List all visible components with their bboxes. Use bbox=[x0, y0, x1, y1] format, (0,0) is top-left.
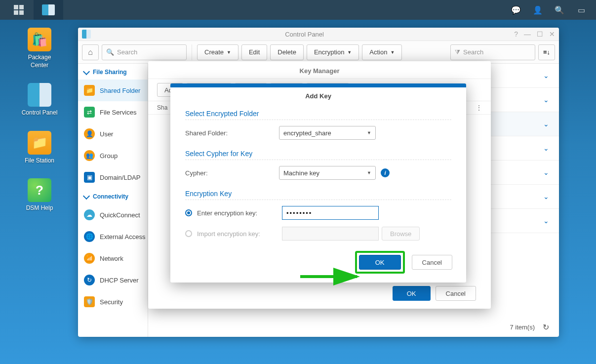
sidebar-item-user[interactable]: 👤User bbox=[78, 123, 148, 145]
network-icon: 📶 bbox=[84, 253, 95, 264]
sidebar-item-dhcp-server[interactable]: ↻DHCP Server bbox=[78, 269, 148, 291]
dhcp-icon: ↻ bbox=[84, 275, 95, 285]
import-key-label: Import encryption key: bbox=[197, 230, 282, 238]
chevron-down-icon: ⌄ bbox=[543, 217, 549, 225]
desktop-icon-file-station[interactable]: 📁File Station bbox=[15, 131, 64, 165]
filter-icon: ⧩ bbox=[455, 48, 460, 56]
home-button[interactable]: ⌂ bbox=[82, 44, 99, 60]
sidebar-section-file-sharing[interactable]: File Sharing bbox=[78, 64, 148, 80]
caret-down-icon: ▼ bbox=[347, 50, 352, 55]
package-center-icon: 🛍️ bbox=[28, 28, 51, 51]
sidebar: File Sharing 📁Shared Folder ⇄File Servic… bbox=[78, 64, 148, 337]
window-icon bbox=[82, 30, 91, 39]
section-select-folder: Select Encrypted Folder bbox=[185, 107, 451, 120]
encryption-button[interactable]: Encryption▼ bbox=[307, 44, 359, 60]
browse-button: Browse bbox=[382, 227, 420, 241]
encryption-key-input[interactable] bbox=[282, 206, 379, 220]
create-button[interactable]: Create▼ bbox=[197, 44, 238, 60]
file-station-icon: 📁 bbox=[28, 131, 51, 155]
km-column-shared: Sha bbox=[157, 104, 167, 111]
shared-folder-label: Shared Folder: bbox=[185, 129, 279, 137]
km-cancel-button[interactable]: Cancel bbox=[436, 286, 476, 301]
info-icon[interactable]: i bbox=[381, 168, 390, 177]
caret-down-icon: ▼ bbox=[390, 50, 395, 55]
chevron-down-icon: ⌄ bbox=[543, 96, 549, 104]
help-icon: ? bbox=[28, 178, 51, 202]
domain-icon: ▣ bbox=[84, 172, 95, 183]
radio-import-key[interactable] bbox=[185, 230, 192, 237]
radio-enter-key[interactable] bbox=[185, 209, 192, 216]
km-ok-button[interactable]: OK bbox=[393, 286, 431, 301]
sidebar-item-network[interactable]: 📶Network bbox=[78, 247, 148, 269]
refresh-button[interactable]: ↻ bbox=[543, 323, 549, 332]
toolbar: ⌂ 🔍Search Create▼ Edit Delete Encryption… bbox=[78, 41, 559, 64]
shared-folder-icon: 📁 bbox=[84, 85, 95, 96]
external-access-icon: 🌐 bbox=[84, 231, 95, 242]
group-icon: 👥 bbox=[84, 150, 95, 161]
taskbar: 💬 👤 🔍 ▭ bbox=[0, 0, 596, 20]
key-manager-title: Key Manager bbox=[148, 61, 491, 79]
sort-button[interactable]: ≡↓ bbox=[538, 44, 555, 60]
chevron-down-icon: ⌄ bbox=[543, 168, 549, 176]
enter-key-label: Enter encryption key: bbox=[197, 209, 282, 217]
sidebar-item-group[interactable]: 👥Group bbox=[78, 145, 148, 166]
minimize-button[interactable]: — bbox=[524, 30, 531, 38]
sidebar-item-file-services[interactable]: ⇄File Services bbox=[78, 101, 148, 123]
maximize-button[interactable]: ☐ bbox=[537, 30, 543, 38]
content-search-input[interactable]: ⧩Search bbox=[450, 44, 535, 60]
cypher-label: Cypher: bbox=[185, 169, 279, 177]
delete-button[interactable]: Delete bbox=[270, 44, 304, 60]
add-key-cancel-button[interactable]: Cancel bbox=[412, 255, 452, 270]
shared-folder-select[interactable]: encrypted_share▼ bbox=[279, 126, 376, 140]
search-icon: 🔍 bbox=[106, 48, 114, 56]
apps-menu-button[interactable] bbox=[4, 0, 34, 20]
window-title: Control Panel bbox=[95, 31, 514, 38]
widgets-icon[interactable]: ▭ bbox=[570, 0, 592, 20]
caret-down-icon: ▼ bbox=[367, 170, 371, 175]
ok-button-highlight: OK bbox=[355, 251, 405, 274]
sidebar-item-external-access[interactable]: 🌐External Access bbox=[78, 226, 148, 247]
sidebar-item-shared-folder[interactable]: 📁Shared Folder bbox=[78, 80, 148, 101]
footer-status: 7 item(s) ↻ bbox=[500, 317, 559, 337]
section-encryption-key: Encryption Key bbox=[185, 187, 451, 200]
chevron-down-icon: ⌄ bbox=[543, 72, 549, 80]
column-menu-button[interactable]: ⋮ bbox=[476, 104, 482, 111]
messages-icon[interactable]: 💬 bbox=[505, 0, 527, 20]
taskbar-app-control-panel[interactable] bbox=[34, 0, 63, 20]
caret-down-icon: ▼ bbox=[367, 130, 371, 135]
chevron-down-icon: ⌄ bbox=[543, 144, 549, 152]
chevron-down-icon: ⌄ bbox=[543, 120, 549, 128]
item-count: 7 item(s) bbox=[510, 324, 535, 331]
add-key-ok-button[interactable]: OK bbox=[359, 255, 401, 270]
help-button[interactable]: ? bbox=[514, 30, 518, 38]
sidebar-item-security[interactable]: 🛡️Security bbox=[78, 291, 148, 313]
close-button[interactable]: ✕ bbox=[549, 30, 555, 38]
sidebar-search-input[interactable]: 🔍Search bbox=[102, 44, 187, 60]
control-panel-icon bbox=[42, 4, 55, 15]
edit-button[interactable]: Edit bbox=[241, 44, 267, 60]
search-icon[interactable]: 🔍 bbox=[549, 0, 570, 20]
chevron-down-icon: ⌄ bbox=[543, 193, 549, 201]
window-titlebar[interactable]: Control Panel ? — ☐ ✕ bbox=[78, 28, 559, 41]
user-icon: 👤 bbox=[84, 128, 95, 139]
desktop-icon-control-panel[interactable]: Control Panel bbox=[15, 83, 64, 117]
desktop-icon-dsm-help[interactable]: ?DSM Help bbox=[15, 178, 64, 212]
cypher-select[interactable]: Machine key▼ bbox=[279, 166, 376, 180]
shield-icon: 🛡️ bbox=[84, 296, 95, 307]
add-key-title: Add Key bbox=[170, 87, 466, 105]
user-icon[interactable]: 👤 bbox=[527, 0, 549, 20]
caret-down-icon: ▼ bbox=[227, 50, 231, 55]
file-services-icon: ⇄ bbox=[84, 107, 95, 118]
sidebar-section-connectivity[interactable]: Connectivity bbox=[78, 188, 148, 204]
control-panel-icon bbox=[28, 83, 51, 107]
desktop-icons: 🛍️Package Center Control Panel 📁File Sta… bbox=[15, 28, 64, 212]
sidebar-item-domain-ldap[interactable]: ▣Domain/LDAP bbox=[78, 166, 148, 188]
quickconnect-icon: ☁ bbox=[84, 209, 95, 220]
import-key-path bbox=[282, 227, 379, 241]
section-select-cypher: Select Cypher for Key bbox=[185, 147, 451, 160]
sidebar-item-quickconnect[interactable]: ☁QuickConnect bbox=[78, 204, 148, 226]
action-button[interactable]: Action▼ bbox=[362, 44, 402, 60]
desktop-icon-package-center[interactable]: 🛍️Package Center bbox=[15, 28, 64, 69]
add-key-dialog: Add Key Select Encrypted Folder Shared F… bbox=[170, 83, 466, 283]
